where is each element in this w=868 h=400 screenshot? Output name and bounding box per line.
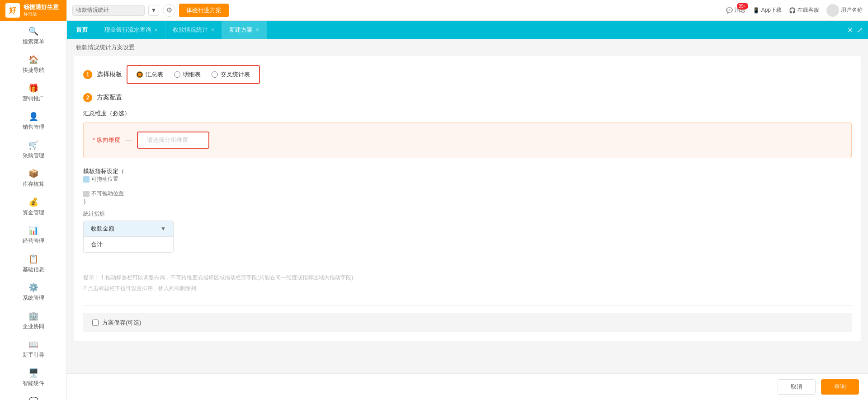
online-service-item[interactable]: 🎧 在线客服 — [789, 6, 819, 14]
dropdown-btn[interactable]: ▼ — [148, 5, 159, 16]
metrics-table-wrapper: 统计指标 收款金额 ▼ 合计 — [83, 210, 852, 254]
metrics-header-label: 收款金额 — [91, 225, 114, 233]
radio-cross-input[interactable] — [212, 71, 218, 78]
sidebar-item-finance[interactable]: 💰 资金管理 — [0, 192, 66, 220]
notification-icon: 💬 — [726, 7, 733, 14]
section2-header-row: 2 方案配置 — [83, 93, 852, 102]
non-draggable-dot — [83, 191, 90, 197]
sidebar-item-marketing[interactable]: 🎁 营销推广 — [0, 78, 66, 106]
section2-number: 2 — [83, 93, 92, 102]
online-service-label: 在线客服 — [797, 6, 819, 14]
sidebar-item-label: 企业协同 — [23, 323, 44, 330]
search-menu-icon: 🔍 — [28, 26, 38, 36]
radio-summary[interactable]: 汇总表 — [137, 71, 163, 79]
tab-receipt-stats-close[interactable]: × — [211, 27, 214, 33]
tip-line2: 2.点击标题栏下拉可设置排序、插入列和删除列 — [83, 283, 852, 294]
radio-detail-input[interactable] — [174, 71, 180, 78]
app-download-label: App下载 — [761, 6, 782, 14]
radio-summary-input[interactable] — [137, 71, 143, 78]
tab-new-plan-label: 新建方案 — [229, 26, 253, 34]
sidebar-item-basic-info[interactable]: 📋 基础信息 — [0, 249, 66, 277]
section2-block: 2 方案配置 汇总维度（必选） * 纵向维度 — 请选择分组维度 — [83, 93, 852, 298]
sidebar-item-label: 智能硬件 — [23, 380, 44, 387]
purchase-icon: 🛒 — [28, 140, 38, 150]
user-name: 用户名称 — [841, 6, 863, 14]
radio-cross-label: 交叉统计表 — [221, 71, 250, 79]
content-breadcrumb: 收款情况统计方案设置 — [67, 39, 868, 56]
logo-badge: 标准版 — [24, 11, 59, 17]
tab-bank-flow-close[interactable]: × — [154, 27, 158, 33]
sidebar-item-label: 资金管理 — [23, 209, 44, 216]
sidebar-item-inventory[interactable]: 📦 库存核算 — [0, 163, 66, 192]
section1-number: 1 — [83, 70, 92, 79]
sidebar-item-system[interactable]: ⚙️ 系统管理 — [0, 277, 66, 306]
sidebar-item-enterprise[interactable]: 🏢 企业协同 — [0, 306, 66, 334]
top-header: ▼ ⚙ 体验行业方案 💬 消息 99+ 📱 App下载 🎧 在线客服 用户名称 — [67, 0, 868, 21]
metrics-dropdown-icon[interactable]: ▼ — [160, 226, 166, 232]
sidebar-item-sales[interactable]: 👤 销售管理 — [0, 106, 66, 135]
metrics-config-title: 模板指标设定（ 可拖动位置 不可拖动位置 ） — [83, 167, 124, 206]
radio-detail[interactable]: 明细表 — [174, 71, 201, 79]
metrics-table: 收款金额 ▼ 合计 — [83, 221, 174, 253]
sidebar-item-label: 新手引导 — [23, 351, 44, 359]
save-checkbox[interactable] — [92, 320, 99, 326]
metrics-section: 模板指标设定（ 可拖动位置 不可拖动位置 ） — [83, 167, 852, 298]
radio-cross[interactable]: 交叉统计表 — [212, 71, 250, 79]
content-area: 收款情况统计方案设置 1 选择模板 汇总表 明细表 — [67, 39, 868, 373]
sidebar-item-quick-nav[interactable]: 🏠 快捷导航 — [0, 49, 66, 78]
save-label: 方案保存(可选) — [102, 319, 142, 327]
app-download-item[interactable]: 📱 App下载 — [753, 6, 782, 14]
cancel-button[interactable]: 取消 — [778, 379, 816, 395]
system-icon: ⚙️ — [28, 282, 38, 292]
radio-detail-label: 明细表 — [183, 71, 201, 79]
dimension-config-box: * 纵向维度 — 请选择分组维度 — [83, 122, 852, 158]
sidebar-item-search-menu[interactable]: 🔍 搜索菜单 — [0, 21, 66, 49]
tab-home[interactable]: 首页 — [67, 21, 97, 39]
non-draggable-legend: 不可拖动位置 — [83, 190, 124, 198]
sidebar-item-guide[interactable]: 📖 新手引导 — [0, 334, 66, 362]
notification-badge: 99+ — [737, 3, 748, 9]
draggable-legend: 可拖动位置 — [83, 175, 124, 183]
dimension-area: 汇总维度（必选） * 纵向维度 — 请选择分组维度 — [83, 109, 852, 158]
sidebar-item-label: 搜索菜单 — [23, 38, 44, 46]
stats-label: 统计指标 — [83, 210, 852, 218]
tab-new-plan[interactable]: 新建方案 × — [222, 21, 267, 39]
tab-bank-flow-label: 现金银行流水查询 — [104, 26, 151, 34]
vertical-dimension-label: * 纵向维度 — [93, 136, 120, 144]
breadcrumb-input[interactable] — [72, 5, 145, 16]
gear-icon[interactable]: ⚙ — [163, 4, 175, 17]
tip-line1: 提示： 1.拖动标题栏可以调整布局，不可跨维度或指标区域拖动栏目字段(只能在同一… — [83, 272, 852, 283]
radio-summary-label: 汇总表 — [146, 71, 163, 79]
tab-new-plan-close[interactable]: × — [255, 27, 259, 33]
basic-info-icon: 📋 — [28, 254, 38, 264]
dimension-title: 汇总维度（必选） — [83, 109, 852, 118]
sidebar-item-purchase[interactable]: 🛒 采购管理 — [0, 135, 66, 163]
sidebar-item-label: 系统管理 — [23, 294, 44, 302]
confirm-button[interactable]: 查询 — [821, 379, 859, 395]
metrics-table-header[interactable]: 收款金额 ▼ — [84, 221, 173, 237]
logo-icon: 好 — [5, 3, 20, 18]
header-left: ▼ ⚙ 体验行业方案 — [72, 4, 229, 17]
sidebar-item-operations[interactable]: 📊 经营管理 — [0, 220, 66, 249]
header-right: 💬 消息 99+ 📱 App下载 🎧 在线客服 用户名称 — [726, 4, 863, 17]
sidebar-item-hardware[interactable]: 🖥️ 智能硬件 — [0, 362, 66, 391]
sidebar: 好 畅捷通好生意 标准版 🔍 搜索菜单 🏠 快捷导航 🎁 营销推广 👤 销售管理… — [0, 0, 67, 400]
service-icon: 🎧 — [789, 7, 796, 14]
wechat-icon: 💬 — [28, 396, 38, 400]
tab-maximize-icon[interactable]: ⤢ — [857, 26, 863, 34]
sidebar-nav: 🔍 搜索菜单 🏠 快捷导航 🎁 营销推广 👤 销售管理 🛒 采购管理 📦 库存核… — [0, 21, 66, 400]
dimension-select[interactable]: 请选择分组维度 — [137, 132, 209, 149]
tab-bank-flow[interactable]: 现金银行流水查询 × — [97, 21, 165, 39]
sidebar-item-label: 快捷导航 — [23, 66, 44, 74]
sidebar-item-wechat[interactable]: 💬 企业微信 — [0, 391, 66, 400]
tab-close-all-icon[interactable]: ✕ — [847, 26, 853, 34]
operations-icon: 📊 — [28, 226, 38, 235]
marketing-icon: 🎁 — [28, 83, 38, 93]
draggable-label: 可拖动位置 — [91, 175, 118, 183]
trial-button[interactable]: 体验行业方案 — [179, 4, 229, 17]
notification-item[interactable]: 💬 消息 99+ — [726, 6, 745, 14]
user-item[interactable]: 用户名称 — [826, 4, 863, 17]
tab-receipt-stats[interactable]: 收款情况统计 × — [165, 21, 222, 39]
tips-section: 提示： 1.拖动标题栏可以调整布局，不可跨维度或指标区域拖动栏目字段(只能在同一… — [83, 268, 852, 298]
enterprise-icon: 🏢 — [28, 311, 38, 321]
